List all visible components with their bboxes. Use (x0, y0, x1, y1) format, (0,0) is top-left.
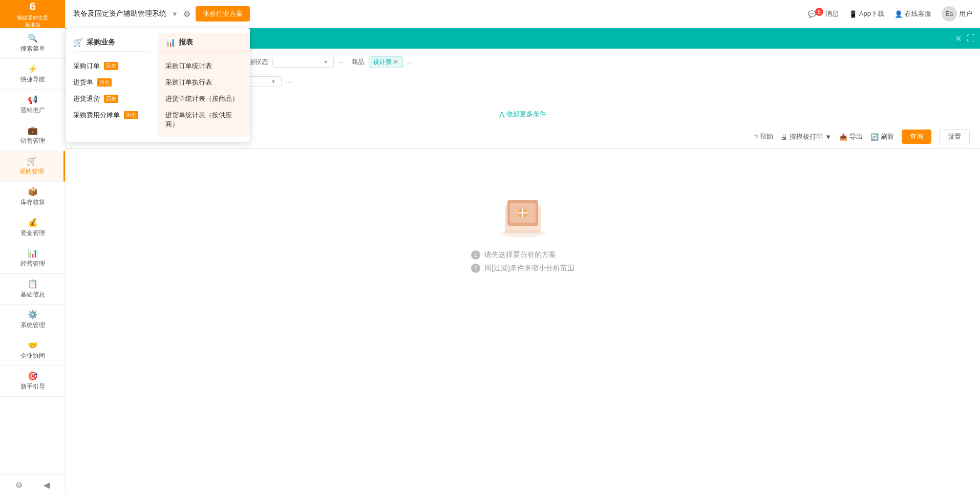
history-tag-1: 历史 (104, 62, 118, 70)
doc-status-chevron: ▼ (324, 59, 329, 65)
collapse-btn[interactable]: ⋀ 收起更多条件 (499, 110, 546, 119)
sidebar-bottom: ⚙ ◀ (0, 475, 65, 495)
purchase-report-header: 📊 报表 (158, 33, 250, 52)
inventory-icon: 📦 (28, 187, 38, 197)
purchase-report-col: 📊 报表 采购订单统计表 采购订单执行表 进货单统计表（按商品） 进货单统计表（… (158, 33, 250, 137)
user-label: 用户 (959, 9, 972, 18)
salesperson-dots[interactable]: ··· (286, 78, 291, 85)
help-icon: ? (754, 133, 758, 141)
doc-status-dots[interactable]: ··· (338, 58, 344, 66)
message-btn[interactable]: 💬 5 消息 (808, 9, 839, 18)
menu-return-goods[interactable]: 进货退货 历史 (73, 91, 150, 107)
user-btn[interactable]: Ea 用户 (942, 6, 972, 21)
menu-purchase-order-stats[interactable]: 采购订单统计表 (165, 58, 242, 74)
doc-status-filter: 单据状态 ▼ ··· (242, 57, 344, 68)
message-badge: 5 (815, 8, 823, 16)
quick-nav-icon: ⚡ (28, 64, 38, 74)
purchase-business-header: 🛒 采购业务 (73, 37, 150, 52)
export-icon: 📤 (839, 133, 847, 141)
marketing-icon: 📢 (28, 95, 38, 104)
sidebar-item-operation[interactable]: 📊 经营管理 (0, 243, 65, 274)
history-tag-2: 历史 (97, 78, 112, 87)
goods-filter: 商品 设计费 ✕ ··· (351, 56, 413, 68)
sidebar-item-newbie[interactable]: 🎯 新手引导 (0, 366, 65, 397)
export-btn[interactable]: 📤 导出 (839, 132, 863, 141)
app-download-icon: 📱 (849, 10, 857, 18)
collapse-icon: ⋀ (499, 111, 505, 118)
sidebar: 6 畅捷通好生意 标准版 🔍 搜索菜单 ⚡ 快捷导航 📢 营销推广 💼 销售管理… (0, 0, 66, 495)
print-chevron: ▼ (825, 133, 832, 141)
dropdown-columns: 🛒 采购业务 采购订单 历史 进货单 历史 进货退货 历史 采购费用分摊单 (66, 33, 250, 137)
menu-purchase-expense[interactable]: 采购费用分摊单 历史 (73, 107, 150, 123)
settings-gear-icon[interactable]: ⚙ (183, 9, 190, 19)
avatar: Ea (942, 6, 957, 21)
empty-illustration (492, 190, 553, 243)
query-btn[interactable]: 查询 (902, 130, 931, 144)
goods-dots[interactable]: ··· (407, 58, 413, 66)
online-service-btn[interactable]: 👤 在线客服 (894, 9, 931, 18)
tab-expand-btn[interactable]: ⛶ (967, 34, 975, 43)
logo-icon: 6 (29, 0, 35, 13)
help-btn[interactable]: ? 帮助 (754, 132, 773, 141)
empty-step2: 2 用[过滤]条件来缩小分析范围 (471, 264, 574, 273)
system-icon: ⚙️ (28, 310, 38, 319)
doc-status-select[interactable]: ▼ (272, 57, 334, 68)
menu-goods-in-stats-product[interactable]: 进货单统计表（按商品） (165, 91, 242, 107)
step-num-1: 1 (471, 250, 480, 260)
sidebar-item-finance[interactable]: 💰 资金管理 (0, 212, 65, 243)
topbar-right: 💬 5 消息 📱 App下载 👤 在线客服 Ea 用户 (808, 6, 972, 21)
sidebar-item-inventory[interactable]: 📦 库存核算 (0, 182, 65, 212)
app-download-btn[interactable]: 📱 App下载 (849, 9, 884, 18)
online-service-label: 在线客服 (905, 9, 931, 18)
report-header-icon: 📊 (165, 37, 176, 47)
tab-window-close-btn[interactable]: ✕ (955, 34, 962, 44)
history-tag-4: 历史 (124, 111, 138, 119)
goods-tag-remove[interactable]: ✕ (393, 58, 398, 66)
app-logo: 6 畅捷通好生意 标准版 (0, 0, 65, 28)
sidebar-item-search[interactable]: 🔍 搜索菜单 (0, 28, 65, 59)
sidebar-settings-btn[interactable]: ⚙ (15, 480, 23, 490)
sidebar-collapse-btn[interactable]: ◀ (44, 480, 50, 490)
newbie-icon: 🎯 (28, 371, 38, 381)
print-icon: 🖨 (781, 133, 787, 141)
tabbar-right: ✕ ⛶ (955, 34, 975, 44)
app-download-label: App下载 (859, 9, 884, 18)
refresh-btn[interactable]: 🔄 刷新 (870, 132, 894, 141)
cooperation-icon: 🤝 (28, 340, 38, 350)
menu-purchase-order-exec[interactable]: 采购订单执行表 (165, 74, 242, 91)
goods-tag: 设计费 ✕ (369, 56, 403, 68)
topbar-left: 装备及固定资产辅助管理系统 ▼ ⚙ 体验行业方案 (73, 6, 250, 21)
system-title: 装备及固定资产辅助管理系统 (73, 9, 166, 18)
sidebar-item-basic-info[interactable]: 📋 基础信息 (0, 274, 65, 305)
refresh-icon: 🔄 (870, 133, 879, 141)
history-tag-3: 历史 (104, 95, 118, 103)
basic-info-icon: 📋 (28, 279, 38, 289)
empty-step1: 1 请先选择要分析的方案 (471, 250, 574, 260)
empty-text: 1 请先选择要分析的方案 2 用[过滤]条件来缩小分析范围 (471, 250, 574, 273)
purchase-icon: 🛒 (27, 156, 37, 166)
operation-icon: 📊 (28, 248, 38, 258)
menu-goods-in[interactable]: 进货单 历史 (73, 74, 150, 91)
sidebar-item-sales[interactable]: 💼 销售管理 (0, 120, 65, 151)
sidebar-item-cooperation[interactable]: 🤝 企业协同 (0, 335, 65, 366)
menu-goods-in-stats-supplier[interactable]: 进货单统计表（按供应商） (165, 107, 242, 133)
business-header-icon: 🛒 (73, 37, 83, 47)
empty-state: 1 请先选择要分析的方案 2 用[过滤]条件来缩小分析范围 (66, 149, 980, 314)
sidebar-item-quick-nav[interactable]: ⚡ 快捷导航 (0, 59, 65, 90)
industry-btn[interactable]: 体验行业方案 (196, 6, 250, 21)
purchase-dropdown-menu[interactable]: 🛒 采购业务 采购订单 历史 进货单 历史 进货退货 历史 采购费用分摊单 (66, 28, 250, 142)
logo-text: 畅捷通好生意 标准版 (17, 14, 48, 29)
online-service-icon: 👤 (894, 10, 903, 18)
finance-icon: 💰 (28, 218, 38, 227)
settings-btn[interactable]: 设置 (939, 129, 970, 144)
dropdown-arrow-icon[interactable]: ▼ (172, 10, 178, 18)
sidebar-item-purchase[interactable]: 🛒 采购管理 (0, 151, 65, 182)
salesperson-chevron: ▼ (271, 79, 276, 84)
topbar: 装备及固定资产辅助管理系统 ▼ ⚙ 体验行业方案 💬 5 消息 📱 App下载 … (66, 0, 980, 28)
step-num-2: 2 (471, 264, 480, 273)
sidebar-item-system[interactable]: ⚙️ 系统管理 (0, 305, 65, 335)
sales-icon: 💼 (28, 125, 38, 135)
print-btn[interactable]: 🖨 按模板打印 ▼ (781, 132, 832, 141)
menu-purchase-order[interactable]: 采购订单 历史 (73, 58, 150, 74)
sidebar-item-marketing[interactable]: 📢 营销推广 (0, 90, 65, 120)
